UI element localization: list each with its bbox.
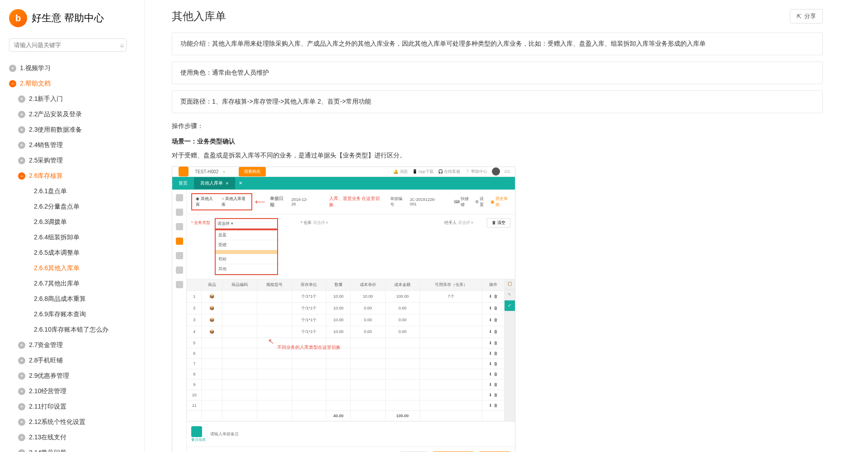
nav-item[interactable]: 2.8手机旺铺 <box>9 353 135 368</box>
table-row[interactable]: 5⬇ 🗑 <box>187 338 505 348</box>
ss-side-icon[interactable] <box>176 281 183 288</box>
nav-item[interactable]: 2.6.7其他出库单 <box>9 276 135 291</box>
ss-radio-option[interactable]: ○ 其他入库退库 <box>222 196 248 208</box>
expand-icon[interactable] <box>18 403 25 410</box>
ss-toolbar-item[interactable]: ⚙ 设置 <box>475 196 487 208</box>
ss-top-link[interactable]: ❔ 帮助中心 <box>465 169 487 175</box>
nav-item[interactable]: 2.14常见问题 <box>9 445 135 452</box>
ss-tab-current[interactable]: 其他入库单✕ <box>194 177 235 189</box>
table-header: 规格型号 <box>257 279 292 290</box>
table-row[interactable]: 6⬇ 🗑 <box>187 348 505 358</box>
ss-side-icon[interactable] <box>176 266 183 274</box>
strip-icon[interactable]: 📋 <box>505 279 515 290</box>
ss-clear-button[interactable]: 🗑 清空 <box>487 218 510 228</box>
dropdown-item[interactable]: 盘盈 <box>216 230 277 240</box>
nav-item[interactable]: 2.6.4组装拆卸单 <box>9 230 135 245</box>
share-button[interactable]: ⇱ 分享 <box>790 9 823 24</box>
expand-icon[interactable] <box>18 388 25 395</box>
search-icon[interactable]: ⌕ <box>120 41 124 48</box>
collapse-icon[interactable] <box>9 80 16 87</box>
expand-icon[interactable] <box>18 111 25 118</box>
table-row[interactable]: 4📦个/1*1个10.000.000.00⬇ 🗑 <box>187 326 505 338</box>
strip-icon[interactable]: ✎ <box>505 290 515 300</box>
table-row[interactable]: 11⬇ 🗑 <box>187 400 505 410</box>
table-row[interactable]: 9⬇ 🗑 <box>187 379 505 390</box>
table-row[interactable]: 2📦个/1*1个10.000.000.00⬇ 🗑 <box>187 302 505 314</box>
dropdown-item[interactable] <box>216 250 277 254</box>
expand-icon[interactable] <box>18 357 25 364</box>
table-row[interactable]: 10⬇ 🗑 <box>187 390 505 400</box>
table-cell <box>420 302 482 314</box>
ss-buy-button[interactable]: 我要购买 <box>239 167 266 176</box>
ss-top-link[interactable]: 🎧 在线客服 <box>438 169 461 175</box>
table-cell: 10 <box>187 390 202 400</box>
ss-side-icon[interactable] <box>176 223 183 230</box>
ss-tab-home[interactable]: 首页 <box>172 177 194 189</box>
table-cell <box>257 400 292 410</box>
expand-icon[interactable] <box>18 372 25 380</box>
ss-radio-option[interactable]: ◉ 其他入库 <box>196 196 215 208</box>
expand-icon[interactable] <box>18 434 25 441</box>
table-header: 可用库存（仓库） <box>420 279 482 290</box>
nav-item[interactable]: 2.12系统个性化设置 <box>9 414 135 430</box>
nav-item[interactable]: 2.6.6其他入库单 <box>9 261 135 276</box>
expand-icon[interactable] <box>18 126 25 133</box>
table-row[interactable]: 3📦个/1*1个10.000.000.00⬇ 🗑 <box>187 314 505 326</box>
expand-icon[interactable] <box>18 419 25 426</box>
nav-item[interactable]: 2.6.5成本调整单 <box>9 245 135 261</box>
expand-icon[interactable] <box>18 342 25 349</box>
ss-note-input[interactable] <box>210 432 510 436</box>
strip-icon[interactable]: ⤢ <box>505 300 515 311</box>
dropdown-item[interactable]: 受赠 <box>216 240 277 250</box>
table-row[interactable]: 7⬇ 🗑 <box>187 358 505 369</box>
nav-item[interactable]: 2.帮助文档 <box>9 76 135 91</box>
ss-user[interactable]: CC <box>505 169 510 174</box>
table-row[interactable]: 8⬇ 🗑 <box>187 369 505 379</box>
nav-item[interactable]: 1.视频学习 <box>9 61 135 76</box>
ss-top-link[interactable]: 🔔 消息 <box>393 169 408 175</box>
expand-icon[interactable] <box>18 95 25 103</box>
nav-item[interactable]: 2.6.1盘点单 <box>9 184 135 199</box>
expand-icon[interactable] <box>9 65 16 72</box>
search-input[interactable] <box>9 38 127 52</box>
scene1-text: 对于受赠、盘盈或是拆装入库等不同的业务，是通过单据头【业务类型】进行区分。 <box>172 150 823 161</box>
nav-item[interactable]: 2.5采购管理 <box>9 153 135 168</box>
nav-item[interactable]: 2.13在线支付 <box>9 430 135 445</box>
table-cell <box>385 369 420 379</box>
nav-item[interactable]: 2.1新手入门 <box>9 91 135 107</box>
nav-item[interactable]: 2.6.8商品成本重算 <box>9 291 135 307</box>
nav-item[interactable]: 2.3使用前数据准备 <box>9 122 135 138</box>
close-all-icon[interactable]: ✕ <box>235 181 246 186</box>
nav-item[interactable]: 2.9优惠券管理 <box>9 368 135 384</box>
nav-item[interactable]: 2.4销售管理 <box>9 138 135 153</box>
nav-item[interactable]: 2.6.2分量盘点单 <box>9 199 135 214</box>
nav-item[interactable]: 2.6库存核算 <box>9 168 135 184</box>
close-icon[interactable]: ✕ <box>226 181 229 186</box>
expand-icon[interactable] <box>18 157 25 164</box>
collapse-icon[interactable] <box>18 172 25 180</box>
ss-toolbar-item[interactable]: ▣ 历史单据 <box>491 196 510 208</box>
ss-side-icon[interactable] <box>176 194 183 201</box>
avatar-icon[interactable] <box>492 167 500 176</box>
dropdown-item[interactable]: 其他 <box>216 264 277 274</box>
nav-item[interactable]: 2.6.9库存账本查询 <box>9 307 135 322</box>
ss-toolbar-item[interactable]: ⌨ 快捷键 <box>454 196 472 208</box>
ss-side-icon[interactable] <box>176 252 183 259</box>
table-cell <box>385 358 420 369</box>
dropdown-item[interactable]: 初始 <box>216 254 277 264</box>
nav-label: 2.6.2分量盘点单 <box>34 203 80 211</box>
nav-item[interactable]: 2.7资金管理 <box>9 338 135 353</box>
nav-item[interactable]: 2.10经营管理 <box>9 384 135 399</box>
table-row[interactable]: 1📦个/1*1个10.0010.00100.007个⬇ 🗑 <box>187 290 505 302</box>
expand-icon[interactable] <box>18 449 25 452</box>
ss-biztype-dropdown[interactable]: 请选择 ▾ <box>215 218 278 229</box>
ss-top-link[interactable]: 📱 App下载 <box>412 169 434 175</box>
nav-item[interactable]: 2.11打印设置 <box>9 399 135 414</box>
nav-item[interactable]: 2.2产品安装及登录 <box>9 107 135 122</box>
expand-icon[interactable] <box>18 142 25 149</box>
nav-item[interactable]: 2.6.10库存账本错了怎么办 <box>9 322 135 338</box>
ss-side-icon-active[interactable] <box>176 238 183 245</box>
ss-date-value[interactable]: 2019-12-26 <box>291 197 311 206</box>
ss-side-icon[interactable] <box>176 209 183 216</box>
nav-item[interactable]: 2.6.3调拨单 <box>9 214 135 230</box>
